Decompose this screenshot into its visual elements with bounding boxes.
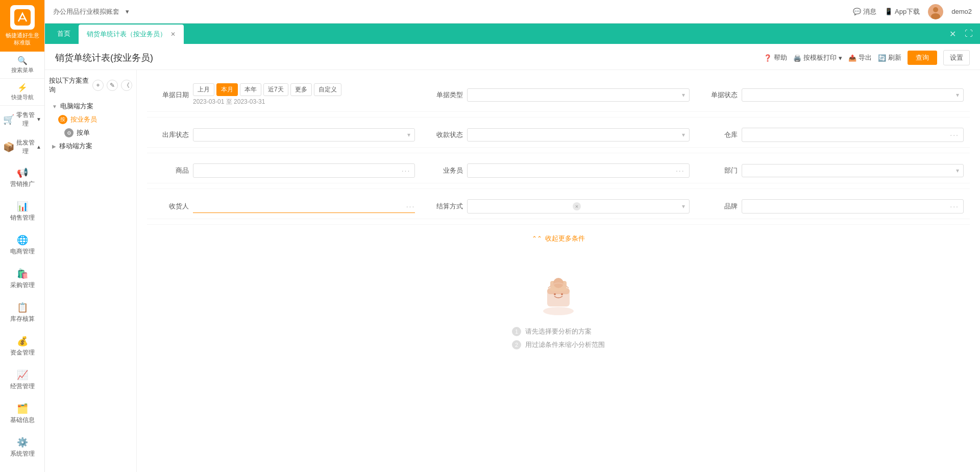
tree-item-by-salesman[interactable]: 按 按业务员 [49,113,132,126]
filter-type-cell: 单据类型 ▾ [421,78,695,112]
dept-select[interactable]: ▾ [742,164,964,177]
sidebar-item-wholesale[interactable]: 📦 批发管理 ▲ [0,133,44,161]
sidebar-item-sales[interactable]: 📊 销售管理 [0,195,44,228]
tree-item-desktop[interactable]: ▼ 电脑端方案 [49,100,132,113]
sidebar-search[interactable]: 🔍 搜索菜单 [0,52,44,79]
type-select[interactable]: ▾ [467,88,689,102]
payment-clear-icon[interactable]: × [573,202,581,210]
receiver-input[interactable]: ··· [193,200,415,213]
type-label: 单据类型 [427,90,463,100]
tree-arrow-mobile: ▶ [52,144,56,149]
hint-text-2: 用过滤条件来缩小分析范围 [525,340,605,349]
status-select[interactable]: ▾ [742,88,964,102]
sidebar-item-operations[interactable]: 📈 经营管理 [0,363,44,397]
receiver-dots-icon: ··· [406,202,415,210]
page-header: 销货单统计表(按业务员) ❓ 帮助 🖨️ 按模板打印 ▾ 📤 导出 🔄 刷 [45,44,980,70]
brand-label: 品牌 [702,202,738,211]
tab-close-window-button[interactable]: ✕ [945,27,960,41]
empty-state-icon [533,268,584,319]
empty-state: 1 请先选择要分析的方案 2 用过滤条件来缩小分析范围 [147,247,970,370]
recv-status-select[interactable]: ▾ [467,128,689,141]
help-label: 帮助 [774,53,787,62]
receiver-label: 收货人 [153,202,189,211]
breadcrumb-dropdown[interactable]: ▾ [126,8,129,15]
date-btn-7days[interactable]: 近7天 [263,83,288,96]
hint-num-1: 1 [512,327,521,336]
tree-icon-order: ⚙ [64,128,74,137]
sidebar-shortcut[interactable]: ⚡ 快捷导航 [0,79,44,106]
out-status-select[interactable]: ▾ [193,128,415,141]
sidebar-item-corp[interactable]: 🤝 企业协同 [0,464,44,472]
sidebar-item-purchase[interactable]: 🛍️ 采购管理 [0,262,44,296]
add-scheme-button[interactable]: + [92,80,104,91]
svg-point-10 [561,293,563,295]
salesman-select[interactable]: ··· [467,163,689,178]
sidebar-item-ecommerce[interactable]: 🌐 电商管理 [0,228,44,262]
tree-item-by-order[interactable]: ⚙ 按单 [49,126,132,139]
tree-icon-salesman: 按 [58,115,67,124]
print-button[interactable]: 🖨️ 按模板打印 ▾ [793,53,842,62]
out-status-chevron-icon: ▾ [407,131,410,138]
user-name: demo2 [951,8,972,15]
scheme-tree: ▼ 电脑端方案 按 按业务员 ⚙ 按单 ▶ 移动端方案 [49,100,132,153]
edit-scheme-button[interactable]: ✎ [107,80,118,91]
warehouse-select[interactable]: ··· [742,128,964,142]
sidebar-item-basic[interactable]: 🗂️ 基础信息 [0,397,44,431]
date-btn-last-month[interactable]: 上月 [193,83,214,96]
app-download-button[interactable]: 📱 App下载 [885,7,920,16]
refresh-label: 刷新 [888,53,901,62]
avatar [928,4,943,19]
date-btn-custom[interactable]: 自定义 [314,83,341,96]
sidebar-item-retail[interactable]: 🛒 零售管理 ▼ [0,106,44,133]
tab-sales-stats[interactable]: 销货单统计表（按业务员） ✕ [79,25,184,44]
tab-close-icon[interactable]: ✕ [170,31,176,38]
export-button[interactable]: 📤 导出 [848,53,872,62]
refresh-button[interactable]: 🔄 刷新 [878,53,901,62]
filter-goods-cell: 商品 ··· [147,158,421,183]
empty-state-text: 1 请先选择要分析的方案 2 用过滤条件来缩小分析范围 [512,327,605,349]
collapse-left-button[interactable]: 《 [121,80,132,91]
breadcrumb-title: 办公用品行业模拟账套 [53,7,119,16]
salesman-dots-icon: ··· [676,167,685,175]
date-btn-more[interactable]: 更多 [290,83,312,96]
sidebar-item-marketing[interactable]: 📢 营销推广 [0,161,44,195]
topbar: 办公用品行业模拟账套 ▾ 💬 消息 📱 App下载 demo2 [45,0,980,23]
tree-label-desktop: 电脑端方案 [60,102,93,111]
print-dropdown-icon: ▾ [839,54,842,62]
sidebar-item-system[interactable]: ⚙️ 系统管理 [0,431,44,464]
tabbar-actions: ✕ ⛶ [945,27,980,41]
goods-label: 商品 [153,166,189,175]
goods-dots-icon: ··· [402,167,411,175]
tree-label-order: 按单 [77,128,90,137]
svg-point-3 [931,13,940,19]
svg-point-2 [933,7,938,12]
svg-point-9 [554,293,556,295]
empty-hint-1: 1 请先选择要分析的方案 [512,327,605,336]
goods-select[interactable]: ··· [193,163,415,178]
sidebar-item-inventory[interactable]: 📋 库存核算 [0,296,44,329]
recv-status-chevron-icon: ▾ [682,131,685,138]
help-button[interactable]: ❓ 帮助 [764,53,787,62]
sidebar-item-finance[interactable]: 💰 资金管理 [0,329,44,363]
refresh-icon: 🔄 [878,54,886,62]
filter-warehouse-cell: 仓库 ··· [696,123,970,148]
date-btn-this-year[interactable]: 本年 [240,83,261,96]
tab-sales-stats-label: 销货单统计表（按业务员） [87,30,166,39]
topbar-right: 💬 消息 📱 App下载 demo2 [853,4,972,19]
left-panel-icons: + ✎ 《 [92,80,132,91]
tab-home[interactable]: 首页 [49,23,79,44]
payment-select[interactable]: × ▾ [467,199,689,214]
out-status-label: 出库状态 [153,130,189,139]
export-icon: 📤 [848,54,856,62]
date-btn-this-month[interactable]: 本月 [216,83,238,96]
message-button[interactable]: 💬 消息 [853,7,876,16]
svg-point-4 [543,307,574,315]
tree-item-mobile[interactable]: ▶ 移动端方案 [49,139,132,153]
sidebar-menu: 🛒 零售管理 ▼ 📦 批发管理 ▲ 📢 营销推广 📊 销售管理 🌐 电商管理 🛍… [0,106,44,472]
collapse-filters-button[interactable]: ⌃⌃ 收起更多条件 [147,230,970,247]
tab-maximize-button[interactable]: ⛶ [962,27,976,41]
brand-select[interactable]: ··· [742,199,964,214]
settings-button[interactable]: 设置 [943,50,970,65]
query-button[interactable]: 查询 [908,51,937,65]
type-chevron-icon: ▾ [682,91,685,99]
